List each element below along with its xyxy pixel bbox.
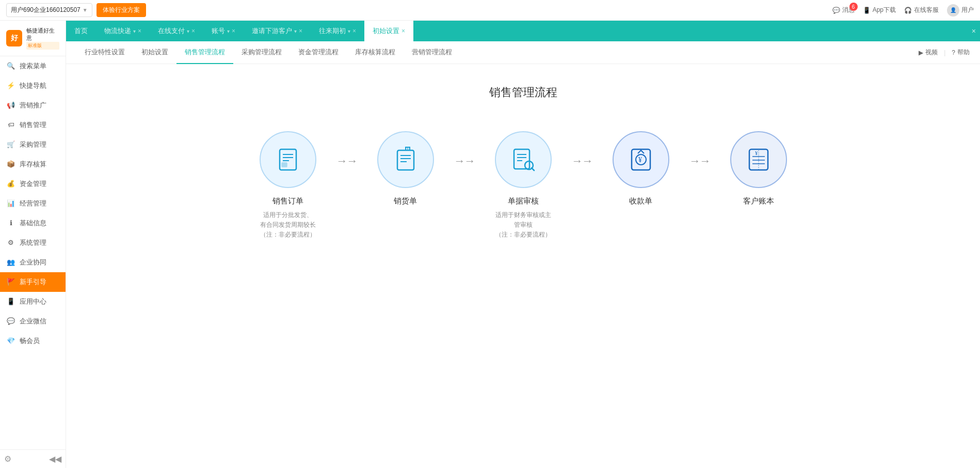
sidebar-bottom: ⚙ ◀◀ — [0, 449, 66, 468]
payment-arrow: ▾ — [187, 28, 189, 34]
sub-tab-industry-label: 行业特性设置 — [85, 48, 125, 57]
coin-icon: 💰 — [6, 179, 15, 189]
flow-circle-delivery — [377, 131, 434, 188]
page-title: 销售管理流程 — [76, 85, 970, 100]
sub-tab-marketing-flow[interactable]: 营销管理流程 — [404, 41, 460, 64]
sidebar-item-member[interactable]: 💎 畅会员 — [0, 331, 66, 351]
account-close[interactable]: × — [232, 27, 235, 35]
sidebar-item-guide[interactable]: 🚩 新手引导 — [0, 272, 66, 292]
logistics-close[interactable]: × — [138, 27, 141, 35]
app-download-label: App下载 — [873, 6, 896, 14]
nav-close-all-btn[interactable]: × — [972, 27, 976, 35]
sidebar-item-quick-nav[interactable]: ⚡ 快捷导航 — [0, 76, 66, 96]
sub-tabs-bar: 行业特性设置 初始设置 销售管理流程 采购管理流程 资金管理流程 — [66, 41, 980, 64]
nav-tab-payment-label: 在线支付 — [158, 26, 185, 36]
nav-tab-account[interactable]: 账号 ▾ × — [203, 21, 244, 41]
sub-tab-sales-label: 销售管理流程 — [185, 48, 225, 57]
nav-tab-setup-label: 初始设置 — [373, 26, 399, 36]
sidebar-item-collab[interactable]: 👥 企业协同 — [0, 253, 66, 272]
svg-text:¥: ¥ — [755, 150, 758, 156]
question-icon: ? — [952, 49, 955, 56]
messages-btn[interactable]: 💬 消息 6 — [832, 6, 855, 14]
svg-point-9 — [407, 148, 409, 150]
bag-icon: 🛒 — [6, 140, 15, 149]
sub-tabs-left: 行业特性设置 初始设置 销售管理流程 采购管理流程 资金管理流程 — [76, 41, 460, 64]
sidebar-label-marketing: 营销推广 — [20, 101, 46, 110]
sidebar-item-inventory[interactable]: 📦 库存核算 — [0, 154, 66, 174]
flow-step-ledger[interactable]: ¥ 客户账本 — [712, 131, 805, 210]
sub-tab-sales-flow[interactable]: 销售管理流程 — [176, 41, 233, 64]
nav-tab-setup[interactable]: 初始设置 × — [364, 21, 413, 41]
logo-name: 畅捷通好生意 — [26, 27, 59, 42]
nav-tab-initial[interactable]: 往来期初 ▾ × — [311, 21, 364, 41]
flow-diagram: 销售订单 适用于分批发货、有合同发货周期较长（注：非必要流程） →→ — [76, 131, 970, 240]
sidebar-item-purchase[interactable]: 🛒 采购管理 — [0, 135, 66, 154]
sidebar-item-finance[interactable]: 💰 资金管理 — [0, 174, 66, 194]
nav-tab-logistics-label: 物流快递 — [104, 26, 131, 36]
online-service-btn[interactable]: 🎧 在线客服 — [904, 6, 939, 14]
flow-step-review[interactable]: 单据审核 适用于财务审核或主管审核（注：非必要流程） — [477, 131, 570, 240]
play-icon: ▶ — [919, 49, 923, 56]
apps-icon: 📱 — [6, 297, 15, 306]
main-body: 好 畅捷通好生意 标准版 🔍 搜索菜单 ⚡ 快捷导航 📢 营销 — [0, 21, 980, 468]
app-download-btn[interactable]: 📱 App下载 — [863, 6, 896, 14]
setup-close[interactable]: × — [401, 27, 405, 35]
nav-tab-logistics[interactable]: 物流快递 ▾ × — [96, 21, 150, 41]
sidebar-item-wechat[interactable]: 💬 企业微信 — [0, 311, 66, 331]
sub-tab-finance-flow[interactable]: 资金管理流程 — [290, 41, 347, 64]
account-arrow: ▾ — [227, 28, 230, 34]
top-header: 用户690企业1660120507 ▼ 体验行业方案 💬 消息 6 📱 App下… — [0, 0, 980, 21]
flow-circle-ledger: ¥ — [730, 131, 787, 188]
sub-tab-finance-label: 资金管理流程 — [298, 48, 339, 57]
help-btn[interactable]: ? 帮助 — [952, 48, 970, 57]
user-selector-arrow: ▼ — [83, 7, 88, 13]
nav-tab-home[interactable]: 首页 — [66, 21, 96, 41]
sub-tab-initial-setup[interactable]: 初始设置 — [133, 41, 176, 64]
svg-rect-10 — [514, 149, 529, 169]
user-selector-text: 用户690企业1660120507 — [11, 6, 81, 14]
sidebar-label-sales: 销售管理 — [20, 120, 46, 130]
flow-circle-receipt: ¥ — [613, 131, 669, 188]
logo-text-area: 畅捷通好生意 标准版 — [26, 27, 59, 50]
trial-button[interactable]: 体验行业方案 — [97, 3, 146, 17]
sub-tab-initial-label: 初始设置 — [141, 48, 168, 57]
flow-step-receipt[interactable]: ¥ 收款单 — [595, 131, 687, 210]
sidebar-item-apps[interactable]: 📱 应用中心 — [0, 292, 66, 311]
sidebar-item-sales[interactable]: 🏷 销售管理 — [0, 115, 66, 135]
sidebar-item-system[interactable]: ⚙ 系统管理 — [0, 233, 66, 253]
sidebar-label-wechat: 企业微信 — [20, 317, 46, 326]
megaphone-icon: 📢 — [6, 101, 15, 110]
flow-step-delivery[interactable]: 销货单 — [359, 131, 452, 210]
collapse-btn[interactable]: ◀◀ — [49, 454, 61, 464]
sub-tab-industry[interactable]: 行业特性设置 — [76, 41, 133, 64]
box-icon: 📦 — [6, 160, 15, 169]
avatar: 👤 — [947, 4, 959, 17]
initial-arrow: ▾ — [348, 28, 350, 34]
sub-tab-purchase-flow[interactable]: 采购管理流程 — [233, 41, 290, 64]
nav-tab-invite[interactable]: 邀请下游客户 ▾ × — [244, 21, 311, 41]
header-left: 用户690企业1660120507 ▼ 体验行业方案 — [6, 3, 146, 17]
header-right: 💬 消息 6 📱 App下载 🎧 在线客服 👤 用户 — [832, 4, 974, 17]
initial-close[interactable]: × — [352, 27, 356, 35]
sidebar-label-finance: 资金管理 — [20, 179, 46, 189]
user-btn[interactable]: 👤 用户 — [947, 4, 974, 17]
flow-step-sales-order[interactable]: 销售订单 适用于分批发货、有合同发货周期较长（注：非必要流程） — [242, 131, 334, 240]
flow-arrow-3: →→ — [570, 131, 595, 168]
sub-tab-inventory-flow[interactable]: 库存核算流程 — [347, 41, 404, 64]
headset-icon: 🎧 — [904, 7, 912, 14]
nav-tab-payment[interactable]: 在线支付 ▾ × — [150, 21, 203, 41]
sidebar-item-operation[interactable]: 📊 经营管理 — [0, 194, 66, 213]
sidebar-label-member: 畅会员 — [20, 336, 40, 346]
flag-icon: 🚩 — [6, 277, 15, 287]
sidebar-item-basic[interactable]: ℹ 基础信息 — [0, 213, 66, 233]
sidebar-item-marketing[interactable]: 📢 营销推广 — [0, 96, 66, 115]
sidebar-item-search-menu[interactable]: 🔍 搜索菜单 — [0, 56, 66, 76]
invite-close[interactable]: × — [299, 27, 302, 35]
video-help-btn[interactable]: ▶ 视频 — [919, 48, 938, 57]
flow-arrow-2: →→ — [452, 131, 477, 168]
user-selector[interactable]: 用户690企业1660120507 ▼ — [6, 3, 92, 17]
payment-close[interactable]: × — [191, 27, 195, 35]
messages-badge: 6 — [849, 3, 858, 11]
lightning-icon: ⚡ — [6, 81, 15, 90]
settings-bottom-btn[interactable]: ⚙ — [4, 454, 11, 464]
